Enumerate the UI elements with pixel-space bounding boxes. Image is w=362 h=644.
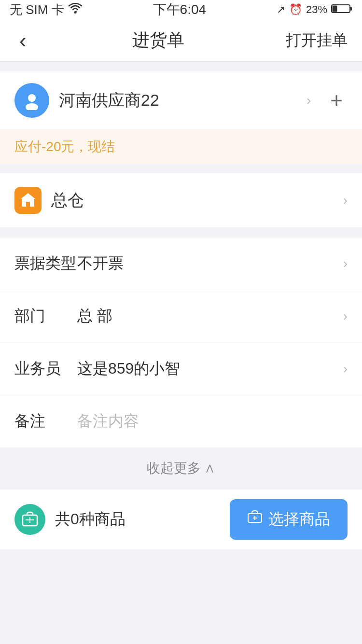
warehouse-row[interactable]: 总仓 ›: [0, 173, 362, 227]
supplier-chevron-icon: ›: [306, 93, 311, 108]
svg-marker-7: [21, 193, 35, 199]
supplier-avatar: [14, 83, 49, 118]
battery-icon: [331, 2, 352, 17]
cart-icon: [247, 510, 263, 529]
warehouse-card: 总仓 ›: [0, 173, 362, 227]
warehouse-name: 总仓: [51, 189, 338, 211]
wifi-icon: [68, 3, 83, 16]
product-icon-wrap: [14, 504, 45, 535]
form-chevron-invoice: ›: [343, 256, 348, 271]
carrier-text: 无 SIM 卡: [10, 1, 64, 18]
nav-bar: ‹ 进货单 打开挂单: [0, 19, 362, 62]
gray-area: [0, 549, 362, 644]
supplier-row[interactable]: 河南供应商22 › +: [0, 71, 362, 130]
select-product-label: 选择商品: [268, 509, 330, 530]
section-divider-2: [0, 164, 362, 173]
alarm-icon: ⏰: [289, 3, 302, 16]
status-left: 无 SIM 卡: [10, 1, 83, 18]
page-title: 进货单: [132, 28, 184, 52]
collapse-bar[interactable]: 收起更多 ∧: [0, 448, 362, 489]
battery-text: 23%: [306, 3, 327, 16]
bottom-bar: 共0种商品 选择商品: [0, 489, 362, 549]
form-label-dept: 部门: [14, 306, 77, 327]
notice-text: 应付-20元，现结: [14, 139, 115, 154]
form-label-salesman: 业务员: [14, 358, 77, 379]
supplier-name: 河南供应商22: [59, 89, 302, 112]
notice-bar: 应付-20元，现结: [0, 130, 362, 164]
form-value-remark: 备注内容: [77, 411, 348, 432]
location-icon: ↗: [277, 3, 285, 16]
form-row-dept[interactable]: 部门 总 部 ›: [0, 290, 362, 342]
section-divider-1: [0, 62, 362, 71]
svg-point-0: [74, 11, 76, 14]
form-label-remark: 备注: [14, 411, 77, 432]
status-bar: 无 SIM 卡 下午6:04 ↗ ⏰ 23%: [0, 0, 362, 19]
select-product-button[interactable]: 选择商品: [230, 499, 348, 540]
form-row-salesman[interactable]: 业务员 这是859的小智 ›: [0, 342, 362, 395]
form-label-invoice: 票据类型: [14, 253, 77, 274]
svg-point-5: [26, 103, 38, 110]
svg-rect-3: [333, 5, 337, 12]
svg-point-4: [28, 94, 36, 102]
form-row-invoice[interactable]: 票据类型 不开票 ›: [0, 237, 362, 290]
add-supplier-button[interactable]: +: [325, 88, 348, 112]
form-chevron-salesman: ›: [343, 361, 348, 377]
status-right: ↗ ⏰ 23%: [277, 2, 352, 17]
form-chevron-dept: ›: [343, 308, 348, 324]
warehouse-icon-wrap: [14, 187, 42, 214]
warehouse-chevron-icon: ›: [343, 193, 348, 208]
back-button[interactable]: ‹: [14, 24, 31, 57]
svg-rect-8: [26, 202, 30, 207]
form-value-invoice: 不开票: [77, 253, 338, 274]
svg-rect-2: [350, 7, 352, 11]
collapse-text: 收起更多 ∧: [147, 459, 216, 477]
form-value-dept: 总 部: [77, 306, 338, 327]
product-count: 共0种商品: [55, 509, 230, 530]
section-divider-3: [0, 227, 362, 237]
form-row-remark[interactable]: 备注 备注内容: [0, 395, 362, 448]
form-card: 票据类型 不开票 › 部门 总 部 › 业务员 这是859的小智 › 备注 备注…: [0, 237, 362, 448]
open-hang-button[interactable]: 打开挂单: [286, 30, 348, 51]
supplier-card: 河南供应商22 › + 应付-20元，现结: [0, 71, 362, 164]
form-value-salesman: 这是859的小智: [77, 358, 338, 379]
time-display: 下午6:04: [153, 0, 207, 19]
